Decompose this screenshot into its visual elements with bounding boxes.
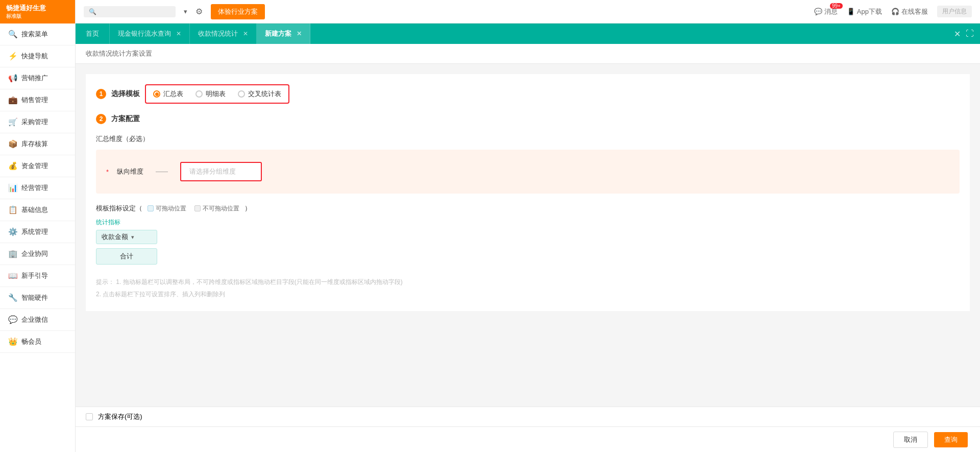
tab-new-plan-close[interactable]: ✕ xyxy=(297,30,302,37)
radio-huizong-circle xyxy=(153,90,160,98)
app-logo: 畅捷通好生意 标准版 xyxy=(0,0,75,23)
sidebar-item-label: 畅会员 xyxy=(21,337,41,346)
message-badge[interactable]: 💬 消息 99+ xyxy=(814,7,838,16)
tab-receipts-label: 收款情况统计 xyxy=(198,29,238,38)
page-body: 1 选择模板 汇总表 明细表 交叉统计表 xyxy=(76,64,980,407)
marketing-icon: 📢 xyxy=(8,74,17,83)
legend-not-draggable-label: 不可拖动位置 xyxy=(203,204,239,213)
required-mark: * xyxy=(106,168,109,176)
radio-mingxi-label: 明细表 xyxy=(206,89,226,99)
topbar-dropdown[interactable]: ▾ xyxy=(184,8,187,15)
sidebar-item-label: 采购管理 xyxy=(21,117,48,127)
sidebar-item-inventory[interactable]: 📦 库存核算 xyxy=(0,133,75,155)
main-section: 1 选择模板 汇总表 明细表 交叉统计表 xyxy=(86,74,970,311)
step1-num: 1 xyxy=(96,89,106,99)
sidebar-item-quicknav[interactable]: ⚡ 快捷导航 xyxy=(0,45,75,67)
sidebar-item-label: 库存核算 xyxy=(21,139,48,149)
sidebar-item-sales[interactable]: 💼 销售管理 xyxy=(0,89,75,111)
sidebar-item-label: 新手引导 xyxy=(21,271,48,280)
app-name: 畅捷通好生意 xyxy=(6,4,46,13)
stats-label: 统计指标 xyxy=(96,218,960,227)
stats-area: 统计指标 收款金额 ▾ 合计 xyxy=(96,218,960,265)
basic-info-icon: 📋 xyxy=(8,205,17,215)
sidebar-item-label: 资金管理 xyxy=(21,161,48,171)
save-checkbox[interactable] xyxy=(86,413,93,420)
tab-receipts[interactable]: 收款情况统计 ✕ xyxy=(190,23,257,44)
hardware-icon: 🔧 xyxy=(8,293,17,302)
step2-row: 2 方案配置 xyxy=(96,114,960,124)
gear-icon[interactable]: ⚙ xyxy=(195,7,203,16)
trial-button[interactable]: 体验行业方案 xyxy=(211,4,265,19)
stats-tag-amount-label: 收款金额 xyxy=(102,232,128,242)
dim-select-box[interactable]: 请选择分组维度 xyxy=(180,162,262,181)
sidebar-item-label: 系统管理 xyxy=(21,227,48,236)
content-area: 收款情况统计方案设置 1 选择模板 汇总表 明细表 xyxy=(76,44,980,426)
chat-icon: 🎧 xyxy=(891,8,899,15)
dimension-area: * 纵向维度 —— 请选择分组维度 xyxy=(96,150,960,194)
maximize-icon[interactable]: ⛶ xyxy=(966,29,974,38)
sidebar-item-hardware[interactable]: 🔧 智能硬件 xyxy=(0,287,75,309)
sidebar-item-wechat[interactable]: 💬 企业微信 xyxy=(0,309,75,331)
guide-icon: 📖 xyxy=(8,271,17,280)
sidebar-item-system[interactable]: ⚙️ 系统管理 xyxy=(0,221,75,243)
tips-section: 提示： 1. 拖动标题栏可以调整布局，不可跨维度或指标区域拖动栏目字段(只能在同… xyxy=(96,277,960,300)
sidebar-item-label: 基础信息 xyxy=(21,205,48,215)
download-link[interactable]: 📱 App下载 xyxy=(847,7,882,16)
sidebar-item-marketing[interactable]: 📢 营销推广 xyxy=(0,67,75,89)
tabbar: 首页 现金银行流水查询 ✕ 收款情况统计 ✕ 新建方案 ✕ ✕ ⛶ xyxy=(76,23,980,44)
legend-draggable-label: 可拖动位置 xyxy=(156,204,186,213)
sidebar-item-label: 企业协同 xyxy=(21,249,48,258)
page-breadcrumb: 收款情况统计方案设置 xyxy=(86,50,152,57)
stats-tag-amount[interactable]: 收款金额 ▾ xyxy=(96,230,157,244)
tip-2: 2. 点击标题栏下拉可设置排序、插入列和删除列 xyxy=(96,289,960,300)
sidebar-item-search[interactable]: 🔍 搜索菜单 xyxy=(0,23,75,45)
sidebar-item-finance[interactable]: 💰 资金管理 xyxy=(0,155,75,177)
radio-huizong[interactable]: 汇总表 xyxy=(153,89,183,99)
wechat-icon: 💬 xyxy=(8,315,17,324)
user-info[interactable]: 用户信息 xyxy=(937,6,972,17)
legend-not-draggable: 不可拖动位置 xyxy=(194,204,239,213)
legend-draggable: 可拖动位置 xyxy=(148,204,186,213)
step2-num: 2 xyxy=(96,114,106,124)
cancel-button[interactable]: 取消 xyxy=(893,432,928,448)
tab-cashflow[interactable]: 现金银行流水查询 ✕ xyxy=(110,23,190,44)
step2-label: 方案配置 xyxy=(111,114,140,124)
purchase-icon: 🛒 xyxy=(8,117,17,127)
chat-link[interactable]: 🎧 在线客服 xyxy=(891,7,928,16)
dim-arrow: —— xyxy=(156,168,168,175)
query-button[interactable]: 查询 xyxy=(934,432,968,447)
stats-tag-chevron: ▾ xyxy=(131,234,134,241)
sidebar-item-purchase[interactable]: 🛒 采购管理 xyxy=(0,111,75,133)
tab-home[interactable]: 首页 xyxy=(76,23,110,44)
tab-receipts-close[interactable]: ✕ xyxy=(243,30,248,37)
sidebar-item-guide[interactable]: 📖 新手引导 xyxy=(0,265,75,287)
radio-mingxi[interactable]: 明细表 xyxy=(195,89,226,99)
tab-new-plan[interactable]: 新建方案 ✕ xyxy=(257,23,310,44)
step1-row: 1 选择模板 汇总表 明细表 交叉统计表 xyxy=(96,84,960,104)
radio-huizong-label: 汇总表 xyxy=(163,89,183,99)
sidebar: 畅捷通好生意 标准版 🔍 搜索菜单 ⚡ 快捷导航 📢 营销推广 💼 销售管理 🛒… xyxy=(0,0,76,452)
sidebar-item-label: 销售管理 xyxy=(21,96,48,105)
sidebar-item-member[interactable]: 👑 畅会员 xyxy=(0,331,75,353)
sidebar-item-label: 快捷导航 xyxy=(21,52,48,61)
draggable-dot xyxy=(148,205,154,211)
sidebar-item-label: 营销推广 xyxy=(21,74,48,83)
plan-section: 汇总维度（必选） * 纵向维度 —— 请选择分组维度 模板指标设定（ xyxy=(96,134,960,300)
tab-home-label: 首页 xyxy=(86,29,99,38)
indicator-legend: 可拖动位置 不可拖动位置 xyxy=(148,204,239,213)
message-icon: 💬 xyxy=(814,8,822,15)
close-window-icon[interactable]: ✕ xyxy=(954,29,961,39)
search-box[interactable]: 🔍 xyxy=(84,6,176,17)
tab-cashflow-close[interactable]: ✕ xyxy=(176,30,181,37)
tab-cashflow-label: 现金银行流水查询 xyxy=(118,29,171,38)
bottom-bar: 方案保存(可选) xyxy=(76,407,980,426)
member-icon: 👑 xyxy=(8,337,17,346)
sidebar-item-basic-info[interactable]: 📋 基础信息 xyxy=(0,199,75,221)
radio-jiaocha-circle xyxy=(238,90,245,98)
sidebar-item-enterprise[interactable]: 🏢 企业协同 xyxy=(0,243,75,265)
sidebar-item-management[interactable]: 📊 经营管理 xyxy=(0,177,75,199)
footer-actions: 取消 查询 xyxy=(76,426,980,452)
topbar-right: 💬 消息 99+ 📱 App下载 🎧 在线客服 用户信息 xyxy=(814,6,972,17)
radio-jiaocha[interactable]: 交叉统计表 xyxy=(238,89,281,99)
badge-count: 99+ xyxy=(830,3,843,9)
